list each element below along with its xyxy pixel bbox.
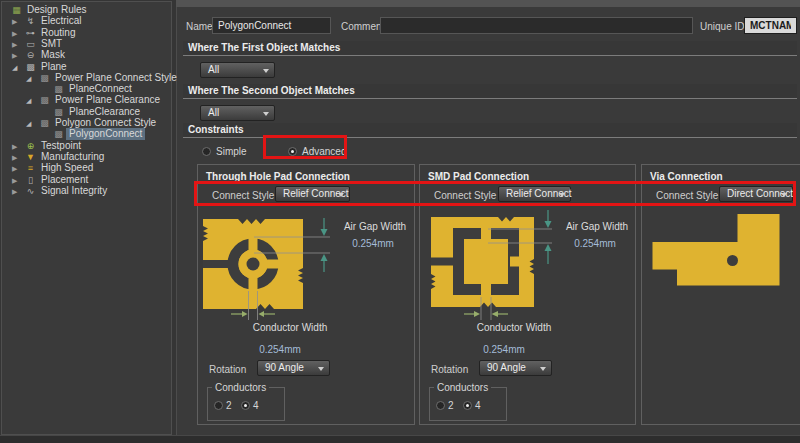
smd-conductors-4-label: 4 [475,400,481,411]
plane-icon: ▩ [24,61,37,73]
tree-item-manufacturing[interactable]: ▶▼Manufacturing [2,151,170,163]
highspeed-icon: ≡ [24,162,37,174]
tree-item-placement[interactable]: ▶▯Placement [2,174,170,186]
tht-rotation-value: 90 Angle [265,362,304,373]
testpoint-icon: ⊕ [24,140,37,152]
rule-icon: ▩ [52,83,65,95]
tht-conductors-4-radio[interactable] [241,401,250,410]
tree-item-label: SMT [41,38,62,49]
tree-item-label: Signal Integrity [41,185,107,196]
tree-item-design-rules[interactable]: ▦Design Rules [2,4,170,16]
smd-conductors-legend: Conductors [434,382,491,393]
tree-item-planeclearance[interactable]: ▩PlaneClearance [2,106,170,118]
tree-item-label-wrap[interactable]: Mask [38,49,68,61]
constraints-header: Constraints [183,123,797,138]
tree-item-testpoint[interactable]: ▶⊕Testpoint [2,140,170,152]
tree-item-label: Polygon Connect Style [55,117,156,128]
tree-item-power-plane-clearance[interactable]: ◢▩Power Plane Clearance [2,94,170,106]
first-match-value: All [208,64,219,75]
tree-item-label-wrap[interactable]: High Speed [38,162,96,174]
design-rules-icon: ▦ [10,4,23,16]
tht-conductors-2-radio[interactable] [214,401,223,410]
smd-conductor-width-value: 0.254mm [434,344,574,355]
first-match-dropdown[interactable]: All [200,62,275,78]
tree-item-label-wrap[interactable]: Manufacturing [38,151,107,163]
mask-icon: ⊖ [24,49,37,61]
tree-item-label: Testpoint [41,140,81,151]
comment-input[interactable] [380,17,693,34]
tht-connect-style-dropdown[interactable]: Relief Connect [275,186,350,202]
tree-item-label-wrap[interactable]: Signal Integrity [38,185,110,197]
smd-rotation-label: Rotation [431,364,468,375]
tree-item-label-wrap[interactable]: Power Plane Clearance [52,94,163,106]
tree-item-label: Routing [41,27,75,38]
via-group-title: Via Connection [650,171,723,182]
tree-item-label-wrap[interactable]: Polygon Connect Style [52,117,159,129]
smd-rotation-dropdown[interactable]: 90 Angle [479,360,552,376]
tree-item-label: PlaneConnect [69,83,132,94]
tree-item-label-wrap[interactable]: PlaneClearance [66,106,143,118]
bottom-scroll-strip[interactable] [0,435,800,443]
smd-conductors-group: Conductors 2 4 [429,387,507,421]
unique-id-field[interactable] [744,17,797,34]
via-connect-style-value: Direct Connect [727,188,793,199]
tht-connect-style-value: Relief Connect [283,188,349,199]
tree-item-label-wrap[interactable]: Power Plane Connect Style [52,72,180,84]
tree-item-label: Design Rules [27,4,86,15]
electrical-icon: ↯ [24,15,37,27]
tht-rotation-dropdown[interactable]: 90 Angle [257,360,330,376]
smd-connect-style-label: Connect Style [434,190,496,201]
tree-item-label-wrap[interactable]: Testpoint [38,140,84,152]
simple-radio[interactable] [202,147,211,156]
signal-integrity-icon: ∿ [24,185,37,197]
via-direct-connect-diagram [642,165,800,426]
tht-air-gap-label: Air Gap Width [338,221,412,232]
name-input[interactable] [212,17,331,34]
tree-item-label-wrap[interactable]: Plane [38,61,70,73]
tree-item-planeconnect[interactable]: ▩PlaneConnect [2,83,170,95]
smd-conductors-2-label: 2 [448,400,454,411]
rule-icon: ▩ [38,94,51,106]
tree-item-label-wrap[interactable]: PolygonConnect [66,128,145,140]
smd-pad-connection-group: SMD Pad Connection Connect Style Relief … [419,164,636,425]
smd-conductor-width-label: Conductor Width [444,322,584,333]
design-rules-dialog: ▦Design Rules▶↯Electrical▶⊶Routing▶▭SMT▶… [0,0,800,443]
tree-item-label: Mask [41,49,65,60]
tree-item-power-plane-connect-style[interactable]: ◢▩Power Plane Connect Style [2,72,170,84]
tht-rotation-label: Rotation [209,364,246,375]
tree-item-plane[interactable]: ◢▩Plane [2,61,170,73]
tree-item-polygonconnect[interactable]: ▩PolygonConnect [2,128,170,140]
tree-item-routing[interactable]: ▶⊶Routing [2,27,170,39]
tree-item-label-wrap[interactable]: Routing [38,27,78,39]
second-match-dropdown[interactable]: All [200,105,275,121]
tree-item-label: Electrical [41,15,82,26]
tht-conductors-4-label: 4 [253,400,259,411]
routing-icon: ⊶ [24,27,37,39]
tree-item-polygon-connect-style[interactable]: ◢▩Polygon Connect Style [2,117,170,129]
rule-icon: ▩ [38,117,51,129]
tree-item-signal-integrity[interactable]: ▶∿Signal Integrity [2,185,170,197]
tree-item-electrical[interactable]: ▶↯Electrical [2,15,170,27]
smd-conductors-4-radio[interactable] [463,401,472,410]
tree-item-label: Placement [41,174,88,185]
via-connection-group: Via Connection Connect Style Direct Conn… [641,164,800,425]
manufacturing-icon: ▼ [24,151,37,163]
tree-item-label-wrap[interactable]: Placement [38,174,91,186]
smd-conductors-2-radio[interactable] [436,401,445,410]
tht-conductors-2-label: 2 [226,400,232,411]
advanced-radio[interactable] [288,147,297,156]
smt-icon: ▭ [24,38,37,50]
expand-arrow-icon[interactable]: ▶ [12,186,22,198]
via-connect-style-dropdown[interactable]: Direct Connect [719,186,793,202]
tht-connect-style-label: Connect Style [212,190,274,201]
smd-connect-style-dropdown[interactable]: Relief Connect [498,186,571,202]
name-label: Name [186,21,213,32]
tree-item-label-wrap[interactable]: SMT [38,38,65,50]
tht-conductors-group: Conductors 2 4 [207,387,285,421]
tree-item-label-wrap[interactable]: Design Rules [24,4,89,16]
tree-item-high-speed[interactable]: ▶≡High Speed [2,162,170,174]
tree-item-label-wrap[interactable]: PlaneConnect [66,83,135,95]
tree-item-smt[interactable]: ▶▭SMT [2,38,170,50]
tree-item-mask[interactable]: ▶⊖Mask [2,49,170,61]
tree-item-label-wrap[interactable]: Electrical [38,15,85,27]
